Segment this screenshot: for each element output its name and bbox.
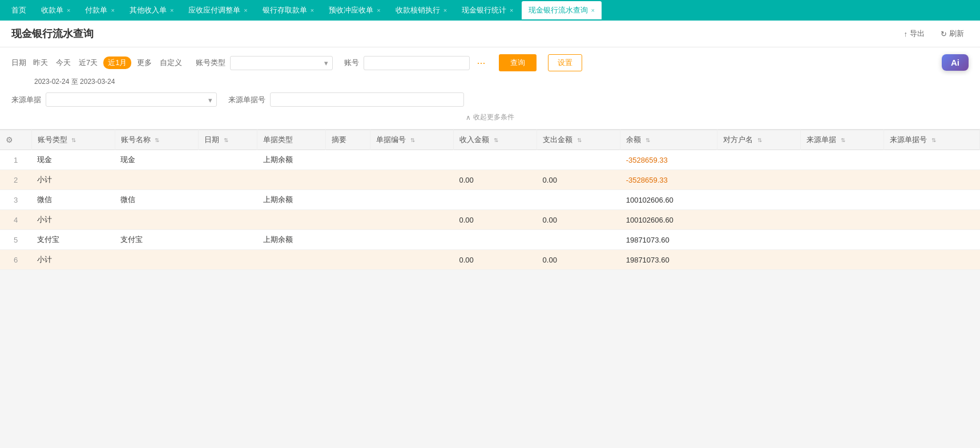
cell-doc-no xyxy=(370,150,453,170)
col-doc-type: 单据类型 xyxy=(257,130,326,150)
filter-area: 日期 昨天 今天 近7天 近1月 更多 自定义 账号类型 账号 ··· xyxy=(0,47,980,130)
cell-source-doc xyxy=(801,170,884,190)
date-opt-today[interactable]: 今天 xyxy=(54,56,73,69)
nav-tab-4[interactable]: 银行存取款单 × xyxy=(256,1,321,19)
nav-tab-0[interactable]: 收款单 × xyxy=(34,1,77,19)
col-expense[interactable]: 支出金额 ⇅ xyxy=(537,130,620,150)
cell-balance: -3528659.33 xyxy=(620,150,717,170)
cell-doc-type xyxy=(257,170,326,190)
account-dots-button[interactable]: ··· xyxy=(474,57,487,69)
table-row[interactable]: 1 现金 现金 上期余额 -3528659.33 xyxy=(0,150,980,170)
cell-counterparty xyxy=(717,210,801,230)
sort-account-name-icon: ⇅ xyxy=(155,137,159,143)
refresh-icon: ↻ xyxy=(941,30,947,38)
col-counterparty[interactable]: 对方户名 ⇅ xyxy=(717,130,801,150)
nav-tab-3[interactable]: 应收应付调整单 × xyxy=(182,1,254,19)
page-header: 现金银行流水查询 ↑ 导出 ↻ 刷新 xyxy=(0,21,980,47)
close-tab-0-icon[interactable]: × xyxy=(67,7,70,14)
col-gear[interactable]: ⚙ xyxy=(0,130,31,150)
cell-account-type: 支付宝 xyxy=(31,230,115,250)
query-button[interactable]: 查询 xyxy=(499,54,537,71)
refresh-button[interactable]: ↻ 刷新 xyxy=(936,26,969,41)
cell-income: 0.00 xyxy=(454,250,537,270)
nav-tab-2[interactable]: 其他收入单 × xyxy=(123,1,180,19)
col-source-doc-no[interactable]: 来源单据号 ⇅ xyxy=(884,130,980,150)
cell-num: 2 xyxy=(0,170,31,190)
cell-account-name xyxy=(115,250,198,270)
nav-home[interactable]: 首页 xyxy=(5,1,33,19)
source-doc-no-label: 来源单据号 xyxy=(228,95,265,105)
close-tab-2-icon[interactable]: × xyxy=(170,7,174,14)
col-account-name[interactable]: 账号名称 ⇅ xyxy=(115,130,198,150)
close-tab-1-icon[interactable]: × xyxy=(111,7,114,14)
account-type-select[interactable] xyxy=(230,56,333,70)
source-doc-no-input[interactable] xyxy=(270,92,464,107)
cell-doc-no xyxy=(370,250,453,270)
date-options: 昨天 今天 近7天 近1月 更多 自定义 xyxy=(31,56,184,69)
date-opt-7days[interactable]: 近7天 xyxy=(76,56,100,69)
date-opt-more[interactable]: 更多 xyxy=(135,56,154,69)
col-balance[interactable]: 余额 ⇅ xyxy=(620,130,717,150)
col-income[interactable]: 收入金额 ⇅ xyxy=(454,130,537,150)
cell-source-doc-no xyxy=(884,190,980,210)
table-row[interactable]: 5 支付宝 支付宝 上期余额 19871073.60 xyxy=(0,230,980,250)
cell-summary xyxy=(326,230,370,250)
table-row[interactable]: 3 微信 微信 上期余额 100102606.60 xyxy=(0,190,980,210)
cell-account-name: 微信 xyxy=(115,190,198,210)
cell-summary xyxy=(326,150,370,170)
cell-balance: -3528659.33 xyxy=(620,170,717,190)
sort-source-doc-icon: ⇅ xyxy=(841,137,845,143)
export-button[interactable]: ↑ 导出 xyxy=(900,26,930,41)
table-row[interactable]: 2 小计 0.00 0.00 -3528659.33 xyxy=(0,170,980,190)
account-label: 账号 xyxy=(344,58,359,68)
account-type-label: 账号类型 xyxy=(196,58,225,68)
ai-button[interactable]: Ai xyxy=(942,54,969,71)
sort-source-doc-no-icon: ⇅ xyxy=(931,137,936,143)
nav-tab-5[interactable]: 预收冲应收单 × xyxy=(322,1,387,19)
col-date[interactable]: 日期 ⇅ xyxy=(198,130,257,150)
col-doc-no[interactable]: 单据编号 ⇅ xyxy=(370,130,453,150)
cell-num: 4 xyxy=(0,210,31,230)
cell-date xyxy=(198,190,257,210)
cell-date xyxy=(198,170,257,190)
close-tab-5-icon[interactable]: × xyxy=(377,7,380,14)
sort-income-icon: ⇅ xyxy=(494,137,498,143)
date-opt-custom[interactable]: 自定义 xyxy=(158,56,184,69)
cell-account-name xyxy=(115,170,198,190)
source-doc-select[interactable] xyxy=(46,92,217,107)
close-tab-8-icon[interactable]: × xyxy=(591,7,595,14)
source-doc-filter-group: 来源单据 xyxy=(11,92,217,107)
date-opt-yesterday[interactable]: 昨天 xyxy=(31,56,50,69)
cell-balance: 19871073.60 xyxy=(620,230,717,250)
table-header-row: ⚙ 账号类型 ⇅ 账号名称 ⇅ 日期 ⇅ 单据类型 摘要 单据编号 ⇅ 收入金额… xyxy=(0,130,980,150)
collapse-bar[interactable]: ∧ 收起更多条件 xyxy=(11,112,969,122)
account-input[interactable] xyxy=(364,56,470,70)
close-tab-7-icon[interactable]: × xyxy=(510,7,513,14)
date-label: 日期 xyxy=(11,58,26,68)
table-row[interactable]: 6 小计 0.00 0.00 19871073.60 xyxy=(0,250,980,270)
chevron-up-icon: ∧ xyxy=(466,114,471,122)
cell-expense xyxy=(537,190,620,210)
settings-button[interactable]: 设置 xyxy=(548,54,582,71)
nav-tab-1[interactable]: 付款单 × xyxy=(78,1,121,19)
table-container: ⚙ 账号类型 ⇅ 账号名称 ⇅ 日期 ⇅ 单据类型 摘要 单据编号 ⇅ 收入金额… xyxy=(0,130,980,270)
date-opt-1month[interactable]: 近1月 xyxy=(103,56,131,69)
cell-source-doc-no xyxy=(884,150,980,170)
cell-source-doc-no xyxy=(884,170,980,190)
nav-tab-8[interactable]: 现金银行流水查询 × xyxy=(522,1,602,19)
cell-income xyxy=(454,190,537,210)
col-account-type[interactable]: 账号类型 ⇅ xyxy=(31,130,115,150)
col-source-doc[interactable]: 来源单据 ⇅ xyxy=(801,130,884,150)
cell-balance: 100102606.60 xyxy=(620,210,717,230)
nav-tab-7[interactable]: 现金银行统计 × xyxy=(455,1,520,19)
close-tab-6-icon[interactable]: × xyxy=(443,7,447,14)
cell-num: 5 xyxy=(0,230,31,250)
close-tab-4-icon[interactable]: × xyxy=(310,7,314,14)
close-tab-3-icon[interactable]: × xyxy=(244,7,247,14)
cell-account-type: 小计 xyxy=(31,250,115,270)
export-icon: ↑ xyxy=(904,30,908,38)
nav-tab-6[interactable]: 收款核销执行 × xyxy=(389,1,454,19)
cell-date xyxy=(198,210,257,230)
header-actions: ↑ 导出 ↻ 刷新 xyxy=(900,26,969,41)
table-row[interactable]: 4 小计 0.00 0.00 100102606.60 xyxy=(0,210,980,230)
